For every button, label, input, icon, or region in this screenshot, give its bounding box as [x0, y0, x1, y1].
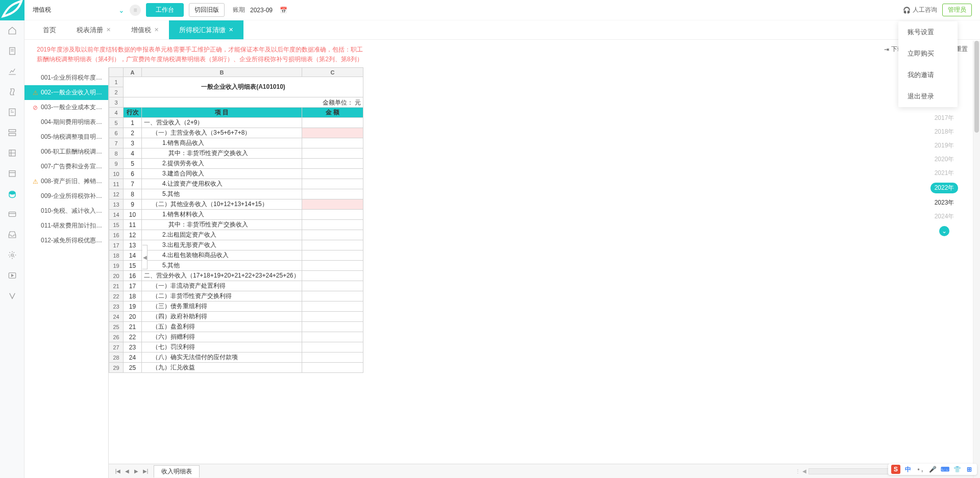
- amount-cell[interactable]: [302, 363, 363, 373]
- company-dropdown[interactable]: 增值税 ⌄: [33, 6, 125, 14]
- sheet-nav-last[interactable]: ▶|: [141, 468, 150, 474]
- scroll-thumb[interactable]: [974, 41, 979, 133]
- nav-v-icon[interactable]: [0, 286, 24, 306]
- sheet-nav-next[interactable]: ▶: [132, 468, 140, 474]
- tab-所得税汇算清缴[interactable]: 所得税汇算清缴✕: [169, 20, 243, 39]
- admin-button[interactable]: 管理员: [942, 4, 972, 16]
- amount-cell[interactable]: [302, 210, 363, 220]
- form-item[interactable]: 011-研发费用加计扣除优惠…: [24, 218, 108, 233]
- ime-skin-icon[interactable]: 👕: [952, 465, 962, 474]
- amount-cell[interactable]: [302, 342, 363, 353]
- amount-cell[interactable]: [302, 148, 363, 159]
- amount-cell[interactable]: [302, 332, 363, 342]
- nav-settings-icon[interactable]: [0, 245, 24, 265]
- lineno-cell: 18: [124, 291, 142, 301]
- ime-brand-icon[interactable]: S: [891, 465, 900, 474]
- nav-layers-icon[interactable]: [0, 122, 24, 143]
- close-icon[interactable]: ✕: [229, 27, 233, 33]
- sheet-nav-prev[interactable]: ◀: [123, 468, 131, 474]
- page-vscroll[interactable]: [973, 41, 980, 478]
- year-item[interactable]: 2020年: [935, 155, 954, 164]
- amount-cell[interactable]: [302, 179, 363, 189]
- switch-old-button[interactable]: 切回旧版: [189, 3, 225, 17]
- form-item[interactable]: 005-纳税调整项目明细表(A1…: [24, 130, 108, 144]
- amount-cell[interactable]: [302, 291, 363, 301]
- amount-cell[interactable]: [302, 189, 363, 199]
- sheet-tab[interactable]: 收入明细表: [154, 465, 200, 477]
- nav-tax-icon[interactable]: [0, 184, 24, 204]
- amount-cell[interactable]: [302, 240, 363, 250]
- amount-cell[interactable]: [302, 128, 363, 138]
- amount-cell[interactable]: [302, 281, 363, 291]
- nav-report-icon[interactable]: [0, 102, 24, 122]
- year-more-icon[interactable]: ⌄: [939, 226, 949, 236]
- form-item[interactable]: 012-减免所得税优惠明细表(…: [24, 233, 108, 248]
- year-item[interactable]: 2024年: [935, 212, 954, 221]
- form-item-label: 009-企业所得税弥补亏损明…: [41, 192, 104, 200]
- support-button[interactable]: 🎧 人工咨询: [903, 6, 937, 14]
- amount-cell[interactable]: [302, 301, 363, 312]
- year-item[interactable]: 2021年: [935, 169, 954, 178]
- nav-card-icon[interactable]: [0, 204, 24, 224]
- form-item[interactable]: 006-职工薪酬纳税调整明细…: [24, 144, 108, 159]
- amount-cell[interactable]: [302, 138, 363, 148]
- amount-cell[interactable]: [302, 271, 363, 281]
- form-item[interactable]: 004-期间费用明细表(A1040…: [24, 115, 108, 130]
- menu-item[interactable]: 账号设置: [898, 21, 958, 43]
- form-item[interactable]: 009-企业所得税弥补亏损明…: [24, 189, 108, 204]
- year-item[interactable]: 2017年: [935, 114, 954, 122]
- year-item[interactable]: 2023年: [935, 198, 954, 207]
- form-item[interactable]: ⚠002-一般企业收入明细表(A1…: [24, 85, 108, 100]
- nav-template-icon[interactable]: [0, 143, 24, 163]
- form-item[interactable]: ⚠008-资产折旧、摊销及纳税…: [24, 174, 108, 189]
- period-value[interactable]: 2023-09: [250, 7, 273, 14]
- calendar-icon[interactable]: 📅: [280, 7, 287, 14]
- amount-cell[interactable]: [302, 312, 363, 322]
- tab-增值税[interactable]: 增值税✕: [121, 20, 169, 39]
- app-logo[interactable]: [0, 0, 24, 20]
- nav-home-icon[interactable]: [0, 20, 24, 41]
- amount-cell[interactable]: [302, 261, 363, 271]
- workspace-button[interactable]: 工作台: [146, 3, 184, 17]
- ime-mic-icon[interactable]: 🎤: [928, 465, 937, 474]
- menu-item[interactable]: 立即购买: [898, 43, 958, 64]
- amount-cell[interactable]: [302, 118, 363, 128]
- sheet-nav-first[interactable]: |◀: [114, 468, 122, 474]
- year-item[interactable]: 2018年: [935, 128, 954, 136]
- amount-cell[interactable]: [302, 220, 363, 230]
- menu-item[interactable]: 我的邀请: [898, 64, 958, 86]
- amount-cell[interactable]: [302, 230, 363, 240]
- nav-video-icon[interactable]: [0, 265, 24, 286]
- unread-icon[interactable]: ≡: [130, 5, 141, 16]
- nav-doc-icon[interactable]: [0, 41, 24, 61]
- form-item[interactable]: 001-企业所得税年度纳税申…: [24, 70, 108, 85]
- tab-首页[interactable]: 首页: [33, 20, 66, 39]
- year-item[interactable]: 2022年: [930, 183, 959, 193]
- nav-money-icon[interactable]: [0, 82, 24, 102]
- amount-cell[interactable]: [302, 322, 363, 332]
- ime-grid-icon[interactable]: ⊞: [965, 465, 974, 474]
- nav-chart-icon[interactable]: [0, 61, 24, 82]
- amount-cell[interactable]: [302, 169, 363, 179]
- form-item[interactable]: 010-免税、减计收入及加计…: [24, 204, 108, 218]
- amount-cell[interactable]: [302, 353, 363, 363]
- form-item[interactable]: ⊘003-一般企业成本支出明细…: [24, 100, 108, 115]
- nav-inbox-icon[interactable]: [0, 224, 24, 245]
- close-icon[interactable]: ✕: [106, 27, 111, 33]
- collapse-handle[interactable]: ◀: [142, 245, 148, 269]
- cell: 12: [109, 189, 124, 199]
- sheet-scroll[interactable]: ABC1一般企业收入明细表(A101010)23金额单位： 元4行次项 目金 额…: [109, 67, 973, 464]
- nav-calendar-icon[interactable]: [0, 163, 24, 184]
- year-item[interactable]: 2019年: [935, 141, 954, 150]
- ime-punct-icon[interactable]: • ,: [916, 465, 925, 474]
- close-icon[interactable]: ✕: [154, 27, 159, 33]
- form-item[interactable]: 007-广告费和业务宣传费跨…: [24, 159, 108, 174]
- amount-cell[interactable]: [302, 159, 363, 169]
- ime-keyboard-icon[interactable]: ⌨: [940, 465, 949, 474]
- hscroll-left[interactable]: ◀: [802, 468, 806, 474]
- amount-cell[interactable]: [302, 199, 363, 210]
- menu-item[interactable]: 退出登录: [898, 86, 958, 107]
- amount-cell[interactable]: [302, 250, 363, 261]
- ime-lang[interactable]: 中: [903, 465, 913, 474]
- tab-税表清册[interactable]: 税表清册✕: [66, 20, 121, 39]
